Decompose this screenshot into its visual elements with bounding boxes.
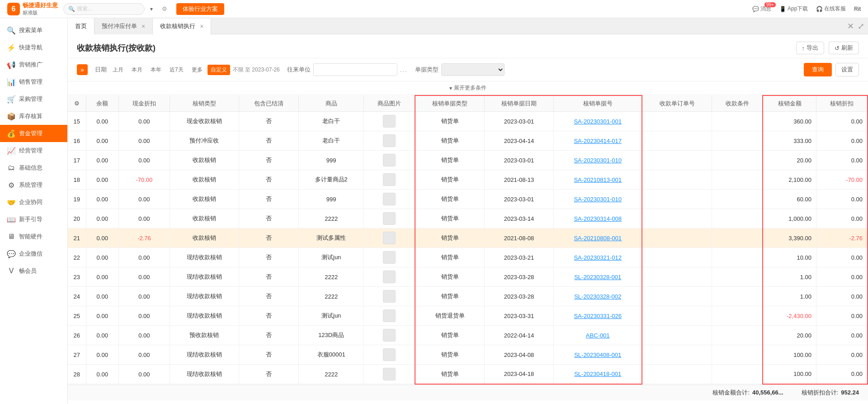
sidebar-item-label: 经营管理 [19, 147, 42, 155]
cell-write-off-amount: 2,100.00 [763, 170, 816, 190]
cell-bill-no[interactable]: SL-20230408-001 [553, 345, 642, 365]
th-settings[interactable]: ⚙ [68, 95, 86, 112]
th-product-img: 商品图片 [364, 95, 415, 112]
refresh-button[interactable]: ↺ 刷新 [829, 42, 859, 54]
tab-writeoff-label: 收款核销执行 [160, 22, 195, 30]
date-btn-this-year[interactable]: 本年 [147, 65, 165, 75]
user-name[interactable]: Rit [854, 6, 861, 12]
cell-write-off-discount: 0.00 [816, 131, 868, 151]
sidebar-item-inventory[interactable]: 📦 库存核算 [0, 108, 67, 125]
filter-settings-button[interactable]: 设置 [835, 63, 859, 76]
date-range-display: 不限 至 2023-07-26 [233, 66, 280, 74]
table-row: 22 0.00 0.00 现结收款核销 否 测试jun 销货单 2023-03-… [68, 248, 868, 267]
cell-receipt-condition [712, 209, 763, 228]
total-discount-item: 核销折扣合计: 952.24 [802, 389, 859, 397]
table-row: 24 0.00 0.00 现结收款核销 否 2222 销货单 2023-03-2… [68, 287, 868, 306]
cell-receipt-order-no [642, 306, 712, 326]
cell-bill-no[interactable]: SL-20230328-001 [553, 267, 642, 287]
sidebar-item-guide[interactable]: 📖 新手引导 [0, 211, 67, 228]
sidebar-item-management[interactable]: 📈 经营管理 [0, 142, 67, 159]
sidebar-item-quick-nav[interactable]: ⚡ 快捷导航 [0, 39, 67, 56]
sidebar: 🔍 搜索菜单 ⚡ 快捷导航 📢 营销推广 📊 销售管理 🛒 采购管理 📦 库存核… [0, 18, 68, 404]
cell-receipt-order-no [642, 267, 712, 287]
sidebar-item-label: 新手引导 [19, 215, 42, 223]
cell-id: 22 [68, 248, 86, 267]
top-search[interactable]: 🔍 搜索... [63, 3, 145, 15]
solution-button[interactable]: 体验行业方案 [176, 3, 224, 15]
sidebar-item-basic-info[interactable]: 🗂 基础信息 [0, 159, 67, 176]
tab-home[interactable]: 首页 [68, 18, 94, 34]
cell-bill-date: 2023-03-31 [485, 306, 554, 326]
cell-bill-no[interactable]: SA-20230301-001 [553, 112, 642, 131]
sidebar-item-search[interactable]: 🔍 搜索菜单 [0, 22, 67, 39]
date-btn-7days[interactable]: 近7天 [166, 65, 187, 75]
cell-id: 23 [68, 267, 86, 287]
sidebar-item-purchase[interactable]: 🛒 采购管理 [0, 90, 67, 108]
cell-receipt-condition [712, 228, 763, 248]
sidebar-item-system[interactable]: ⚙ 系统管理 [0, 176, 67, 194]
dropdown-trigger[interactable]: ▾ [150, 6, 153, 12]
cell-bill-no[interactable]: SA-20230301-010 [553, 190, 642, 209]
page-actions: ↑ 导出 ↺ 刷新 [796, 42, 859, 54]
bill-type-select[interactable] [441, 63, 505, 76]
sidebar-item-label: 系统管理 [19, 181, 42, 189]
cell-write-off-amount: 333.00 [763, 131, 816, 151]
cell-write-off-type: 收款核销 [170, 151, 239, 170]
message-count: 99+ [764, 2, 776, 7]
sidebar-item-member[interactable]: V 畅会员 [0, 262, 67, 280]
cell-bill-no[interactable]: SL-20230418-001 [553, 365, 642, 384]
system-icon: ⚙ [7, 181, 15, 189]
cell-bill-no[interactable]: SA-20230414-017 [553, 131, 642, 151]
cell-bill-no[interactable]: ABC-001 [553, 326, 642, 345]
cell-bill-type: 销货单 [415, 345, 485, 365]
column-settings-icon[interactable]: ⚙ [74, 100, 80, 107]
online-service-link[interactable]: 🎧 在线客服 [816, 5, 846, 13]
sales-icon: 📊 [7, 78, 15, 86]
message-badge[interactable]: 💬 消息 99+ [752, 5, 771, 13]
cell-receipt-order-no [642, 112, 712, 131]
app-download-link[interactable]: 📱 App下载 [779, 5, 808, 13]
cell-bill-date: 2021-08-08 [485, 228, 554, 248]
th-write-off-discount: 核销折扣 [816, 95, 868, 112]
date-btn-this-month[interactable]: 本月 [128, 65, 146, 75]
cell-bill-type: 销货单 [415, 228, 485, 248]
app-version: 标准版 [23, 10, 58, 16]
sidebar-item-sales[interactable]: 📊 销售管理 [0, 73, 67, 90]
sidebar-item-wechat[interactable]: 💬 企业微信 [0, 245, 67, 262]
cell-bill-no[interactable]: SA-20230321-012 [553, 248, 642, 267]
filter-dots[interactable]: ... [400, 67, 408, 73]
cell-receipt-order-no [642, 131, 712, 151]
tab-writeoff[interactable]: 收款核销执行 × [153, 19, 211, 35]
sidebar-item-collaboration[interactable]: 🤝 企业协同 [0, 194, 67, 211]
date-btn-custom[interactable]: 自定义 [208, 65, 230, 75]
table-row: 17 0.00 0.00 收款核销 否 999 销货单 2023-03-01 S… [68, 151, 868, 170]
settings-icon[interactable]: ⚙ [158, 3, 171, 15]
tab-expand-icon[interactable]: ⤢ [858, 21, 864, 31]
sidebar-item-hardware[interactable]: 🖥 智能硬件 [0, 228, 67, 245]
sidebar-item-marketing[interactable]: 📢 营销推广 [0, 56, 67, 73]
cell-product-img [364, 170, 415, 190]
query-button[interactable]: 查询 [804, 63, 832, 76]
tab-close-icon[interactable]: ✕ [847, 21, 854, 31]
cell-bill-no[interactable]: SL-20230328-002 [553, 287, 642, 306]
export-button[interactable]: ↑ 导出 [796, 42, 825, 54]
date-btn-more[interactable]: 更多 [189, 65, 206, 75]
cell-bill-no[interactable]: SA-20210808-001 [553, 228, 642, 248]
table-row: 21 0.00 -2.76 收款核销 否 测试多属性 销货单 2021-08-0… [68, 228, 868, 248]
cell-bill-no[interactable]: SA-20230331-026 [553, 306, 642, 326]
cell-include-settled: 否 [239, 326, 299, 345]
filter-collapse-btn[interactable]: » [77, 64, 88, 75]
date-btn-last-month[interactable]: 上月 [109, 65, 127, 75]
cell-bill-no[interactable]: SA-20210813-001 [553, 170, 642, 190]
cell-balance: 0.00 [86, 306, 119, 326]
tab-close-prepay[interactable]: × [142, 23, 145, 29]
tab-prepay[interactable]: 预付冲应付单 × [94, 18, 153, 34]
cell-bill-no[interactable]: SA-20230314-008 [553, 209, 642, 228]
partner-input[interactable] [313, 63, 397, 76]
sidebar-item-finance[interactable]: 💰 资金管理 [0, 125, 67, 142]
expand-button[interactable]: ▾ 展开更多条件 [449, 84, 486, 92]
cell-bill-no[interactable]: SA-20230301-010 [553, 151, 642, 170]
cell-receipt-condition [712, 151, 763, 170]
cell-product: 测试jun [299, 306, 364, 326]
tab-close-writeoff[interactable]: × [200, 23, 203, 29]
